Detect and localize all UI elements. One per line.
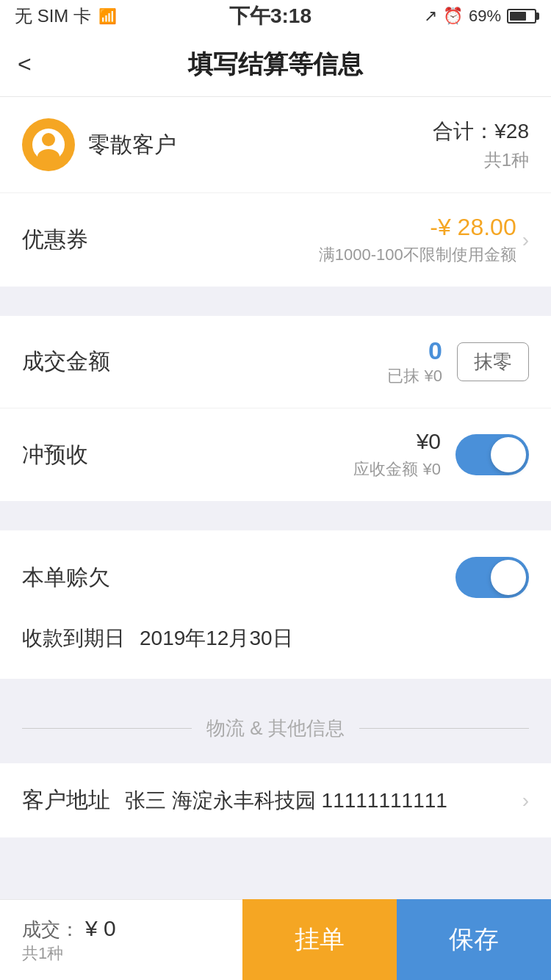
due-date-row: 收款到期日 2019年12月30日 bbox=[0, 624, 551, 679]
logistics-line-left bbox=[22, 728, 192, 729]
wifi-icon: 📶 bbox=[98, 7, 117, 25]
save-button[interactable]: 保存 bbox=[397, 899, 551, 980]
total-count: 共1种 bbox=[433, 148, 529, 172]
section-divider-3 bbox=[0, 679, 551, 693]
due-date-label: 收款到期日 bbox=[22, 624, 125, 652]
deal-amount-label: 成交金额 bbox=[22, 347, 110, 377]
due-date-value: 2019年12月30日 bbox=[140, 624, 293, 652]
battery-percent: 69% bbox=[469, 7, 501, 26]
address-section: 客户地址 张三 海淀永丰科技园 11111111111 › bbox=[0, 763, 551, 837]
deal-amount-row: 成交金额 0 已抹 ¥0 抹零 bbox=[0, 316, 551, 408]
section-divider-2 bbox=[0, 516, 551, 530]
customer-section: 零散客户 合计：¥28 共1种 优惠券 -¥ 28.00 满1000-100不限… bbox=[0, 97, 551, 287]
location-icon: ↗ bbox=[424, 7, 437, 26]
debt-toggle-knob bbox=[491, 560, 526, 595]
status-time: 下午3:18 bbox=[229, 2, 311, 30]
coupon-row[interactable]: 优惠券 -¥ 28.00 满1000-100不限制使用金额 › bbox=[0, 192, 551, 287]
customer-name: 零散客户 bbox=[88, 130, 176, 160]
battery-icon bbox=[507, 9, 536, 24]
bottom-count: 共1种 bbox=[22, 943, 220, 965]
carrier-label: 无 SIM 卡 bbox=[15, 4, 91, 28]
toggle-knob bbox=[491, 437, 526, 472]
customer-row: 零散客户 合计：¥28 共1种 bbox=[0, 97, 551, 192]
bottom-info: 成交： ¥ 0 共1种 bbox=[0, 899, 242, 980]
deal-amount-sub: 已抹 ¥0 bbox=[387, 365, 442, 387]
coupon-label: 优惠券 bbox=[22, 225, 88, 255]
prepay-label: 冲预收 bbox=[22, 440, 88, 470]
prepay-right: ¥0 应收金额 ¥0 bbox=[353, 429, 529, 480]
section-divider-1 bbox=[0, 301, 551, 316]
bottom-deal-value: ¥ 0 bbox=[85, 916, 116, 941]
status-left: 无 SIM 卡 📶 bbox=[15, 4, 117, 28]
coupon-info: -¥ 28.00 满1000-100不限制使用金额 bbox=[319, 214, 516, 266]
logistics-line-right bbox=[359, 728, 529, 729]
logistics-label: 物流 & 其他信息 bbox=[192, 716, 359, 741]
debt-toggle[interactable] bbox=[455, 557, 529, 598]
prepay-sub: 应收金额 ¥0 bbox=[353, 458, 441, 480]
prepay-amount: ¥0 bbox=[353, 429, 441, 454]
address-chevron-icon: › bbox=[522, 789, 529, 813]
status-bar: 无 SIM 卡 📶 下午3:18 ↗ ⏰ 69% bbox=[0, 0, 551, 32]
round-button[interactable]: 抹零 bbox=[457, 342, 529, 381]
status-right: ↗ ⏰ 69% bbox=[424, 7, 536, 26]
coupon-discount: -¥ 28.00 bbox=[319, 214, 516, 241]
address-value: 张三 海淀永丰科技园 11111111111 bbox=[125, 787, 522, 815]
logistics-section: 物流 & 其他信息 bbox=[0, 693, 551, 763]
nav-bar: < 填写结算等信息 bbox=[0, 32, 551, 97]
customer-right: 合计：¥28 共1种 bbox=[433, 118, 529, 172]
prepay-info: ¥0 应收金额 ¥0 bbox=[353, 429, 441, 480]
avatar-icon bbox=[32, 129, 65, 161]
deal-section: 成交金额 0 已抹 ¥0 抹零 冲预收 ¥0 应收金额 ¥0 bbox=[0, 316, 551, 501]
bottom-bar: 成交： ¥ 0 共1种 挂单 保存 bbox=[0, 899, 551, 980]
back-button[interactable]: < bbox=[18, 51, 32, 78]
alarm-icon: ⏰ bbox=[443, 7, 463, 26]
deal-amount-value[interactable]: 0 bbox=[387, 336, 442, 365]
bottom-deal-label: 成交： bbox=[22, 917, 79, 943]
total-amount: 合计：¥28 bbox=[433, 118, 529, 145]
hang-button[interactable]: 挂单 bbox=[242, 899, 397, 980]
debt-section: 本单赊欠 收款到期日 2019年12月30日 bbox=[0, 530, 551, 679]
avatar bbox=[22, 118, 75, 171]
coupon-right: -¥ 28.00 满1000-100不限制使用金额 › bbox=[319, 214, 529, 266]
address-row[interactable]: 客户地址 张三 海淀永丰科技园 11111111111 › bbox=[0, 763, 551, 837]
address-label: 客户地址 bbox=[22, 785, 110, 815]
prepay-row: 冲预收 ¥0 应收金额 ¥0 bbox=[0, 408, 551, 501]
customer-left: 零散客户 bbox=[22, 118, 176, 171]
deal-amount-right: 0 已抹 ¥0 抹零 bbox=[387, 336, 529, 387]
debt-row: 本单赊欠 bbox=[0, 530, 551, 624]
chevron-right-icon: › bbox=[522, 228, 529, 252]
prepay-toggle[interactable] bbox=[455, 434, 529, 475]
debt-label: 本单赊欠 bbox=[22, 563, 110, 593]
coupon-description: 满1000-100不限制使用金额 bbox=[319, 244, 516, 266]
page-title: 填写结算等信息 bbox=[188, 48, 363, 82]
bottom-deal-line: 成交： ¥ 0 bbox=[22, 916, 220, 943]
